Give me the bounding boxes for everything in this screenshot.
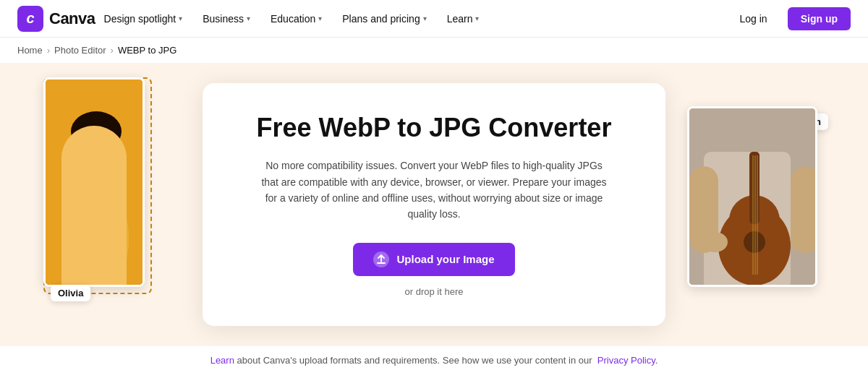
chevron-down-icon: ▾ <box>247 14 250 22</box>
logo-mark: c <box>17 6 43 32</box>
logo-text: Canva <box>49 9 95 28</box>
breadcrumb-current: WEBP to JPG <box>118 45 176 56</box>
canva-logo[interactable]: c Canva <box>17 6 95 32</box>
breadcrumb-separator: › <box>111 45 114 56</box>
woman-illustration <box>46 80 145 287</box>
nav-link-learn[interactable]: Learn ▾ <box>438 9 488 29</box>
deco-left: Olivia <box>43 77 170 323</box>
svg-point-1 <box>64 181 129 287</box>
hero-section: Olivia Free WebP to JPG Converter No mor… <box>0 63 868 346</box>
upload-button[interactable]: Upload your Image <box>353 243 514 276</box>
svg-point-3 <box>71 111 122 152</box>
nav-link-label: Business <box>203 13 244 25</box>
svg-rect-13 <box>749 152 760 224</box>
svg-point-12 <box>744 231 765 253</box>
svg-point-4 <box>85 141 96 155</box>
footer-text: about Canva's upload formats and require… <box>237 355 592 366</box>
svg-point-5 <box>108 154 128 171</box>
svg-point-17 <box>702 232 728 252</box>
label-olivia: Olivia <box>51 285 90 301</box>
nav-link-label: Learn <box>447 13 473 25</box>
hero-description: No more compatibility issues. Convert yo… <box>260 158 608 223</box>
footer-learn-link[interactable]: Learn <box>210 355 234 366</box>
breadcrumb-photo-editor[interactable]: Photo Editor <box>54 45 106 56</box>
chevron-down-icon: ▾ <box>423 14 427 22</box>
drop-text: or drop it here <box>246 286 622 297</box>
nav-links: Design spotlight ▾ Business ▾ Education … <box>95 9 727 29</box>
footer-note: Learn about Canva's upload formats and r… <box>0 346 868 374</box>
converter-card: Free WebP to JPG Converter No more compa… <box>203 83 665 326</box>
nav-link-label: Design spotlight <box>104 13 176 25</box>
photo-frame-left <box>43 77 145 287</box>
footer-period: . <box>655 355 658 366</box>
nav-link-label: Plans and pricing <box>342 13 420 25</box>
guitar-illustration <box>689 108 817 287</box>
chevron-down-icon: ▾ <box>318 14 322 22</box>
breadcrumb: Home › Photo Editor › WEBP to JPG <box>0 38 868 63</box>
nav-link-design-spotlight[interactable]: Design spotlight ▾ <box>95 9 192 29</box>
breadcrumb-separator: › <box>47 45 50 56</box>
breadcrumb-home[interactable]: Home <box>17 45 43 56</box>
upload-button-label: Upload your Image <box>396 253 494 265</box>
upload-arrow-icon <box>376 254 386 265</box>
navbar: c Canva Design spotlight ▾ Business ▾ Ed… <box>0 0 868 38</box>
chevron-down-icon: ▾ <box>475 14 479 22</box>
upload-icon <box>373 252 389 267</box>
signup-button[interactable]: Sign up <box>788 7 851 30</box>
chevron-down-icon: ▾ <box>179 14 182 22</box>
hero-title: Free WebP to JPG Converter <box>246 112 622 143</box>
nav-actions: Log in Sign up <box>727 7 851 30</box>
nav-link-plans-pricing[interactable]: Plans and pricing ▾ <box>333 9 435 29</box>
deco-right: Arman <box>687 106 832 323</box>
nav-link-business[interactable]: Business ▾ <box>194 9 259 29</box>
login-button[interactable]: Log in <box>727 7 780 30</box>
svg-rect-9 <box>791 166 817 253</box>
nav-link-label: Education <box>271 13 315 25</box>
nav-link-education[interactable]: Education ▾ <box>262 9 331 29</box>
photo-frame-right <box>687 106 817 287</box>
footer-privacy-link[interactable]: Privacy Policy <box>597 355 655 366</box>
svg-rect-0 <box>46 80 145 287</box>
